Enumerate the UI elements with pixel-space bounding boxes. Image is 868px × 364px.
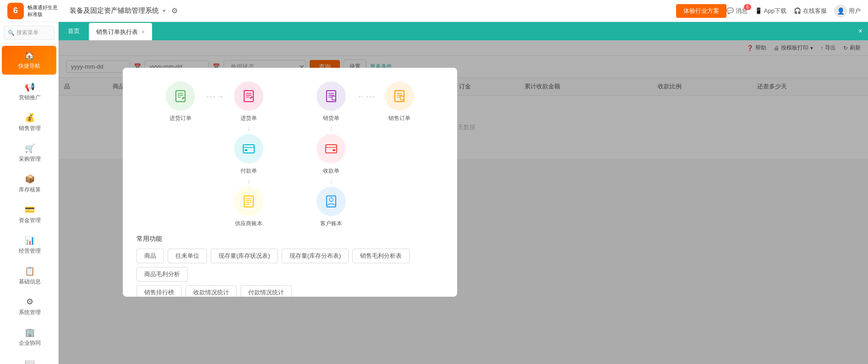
svg-point-30 — [329, 198, 333, 201]
basic-info-icon: 📋 — [25, 266, 35, 276]
trial-button[interactable]: 体验行业方案 — [676, 4, 726, 18]
sales-bill-label: 销货单 — [323, 114, 339, 122]
settings-icon[interactable]: ⚙ — [171, 6, 178, 15]
flow-purchase-bill: 进货单 — [226, 81, 272, 122]
svg-rect-23 — [333, 149, 335, 151]
svg-rect-21 — [326, 145, 337, 153]
logo-area: 6 畅康通好生意 标准版 — [7, 3, 66, 19]
app-download-icon: 📱 — [755, 7, 762, 14]
func-buttons-row2: 销售排行榜 收款情况统计 付款情况统计 — [136, 285, 443, 297]
supplier-ledger-label: 供应商账本 — [235, 220, 262, 228]
headset-icon: 🎧 — [794, 7, 801, 14]
inventory-icon: 📦 — [25, 174, 35, 184]
system-dropdown-icon[interactable]: ▾ — [163, 7, 166, 14]
func-btn-payment-stats[interactable]: 付款情况统计 — [240, 285, 292, 297]
sales-order-circle — [385, 81, 414, 111]
sidebar-search-area: 🔍 搜索菜单 — [0, 22, 58, 44]
user-menu[interactable]: 👤 用户 — [834, 5, 861, 17]
purchase-icon: 🛒 — [25, 143, 35, 153]
sidebar-item-inventory[interactable]: 📦 库存核算 — [0, 168, 58, 199]
app-download-button[interactable]: 📱 App下载 — [755, 7, 786, 15]
func-btn-receipt-stats[interactable]: 收款情况统计 — [186, 285, 237, 297]
sidebar-item-newbie[interactable]: 📖 新手引导 — [0, 353, 58, 364]
app-wrapper: 6 畅康通好生意 标准版 装备及固定资产辅助管理系统 ▾ ⚙ 体验行业方案 💬 … — [0, 0, 868, 364]
sidebar-item-system[interactable]: ⚙ 系统管理 — [0, 291, 58, 322]
func-buttons-row1: 商品 往来单位 现存量(库存状况表) 现存量(库存分布表) 销售毛利分析表 商品… — [136, 249, 443, 282]
logo-text-line1: 畅康通好生意 — [27, 4, 58, 11]
page-content: ❓ 帮助 🖨 按模板打印 ▾ ↑ 导出 ↻ 刷新 — [59, 40, 868, 364]
message-button[interactable]: 💬 消息 6 — [726, 7, 748, 15]
sidebar: 🔍 搜索菜单 🏠 快捷导航 📢 营销推广 💰 销售管理 🛒 采购管理 — [0, 22, 59, 364]
svg-rect-18 — [243, 145, 254, 153]
arrow-payment-down: ↓ — [226, 177, 272, 185]
sidebar-label-sales: 销售管理 — [19, 125, 41, 132]
sidebar-label-purchase: 采购管理 — [19, 155, 41, 163]
search-menu-button[interactable]: 🔍 搜索菜单 — [4, 26, 55, 40]
user-label: 用户 — [849, 7, 861, 15]
tab-close-icon[interactable]: × — [142, 29, 145, 35]
flow-sales-order: 销售订单 — [377, 81, 422, 122]
newbie-icon: 📖 — [25, 358, 35, 364]
sidebar-item-finance[interactable]: 💳 资金管理 — [0, 199, 58, 230]
sidebar-label-finance: 资金管理 — [19, 217, 41, 224]
receipt-bill-circle — [317, 134, 346, 163]
svg-rect-0 — [176, 91, 185, 102]
tab-home[interactable]: 首页 — [59, 22, 89, 40]
sidebar-item-enterprise[interactable]: 🏢 企业协同 — [0, 322, 58, 353]
tab-sales-order-label: 销售订单执行表 — [96, 28, 138, 36]
svg-rect-24 — [244, 196, 253, 207]
logo-icon: 6 — [7, 3, 24, 19]
enterprise-icon: 🏢 — [25, 327, 35, 337]
message-icon: 💬 — [726, 7, 734, 14]
top-right: 💬 消息 6 📱 App下载 🎧 在线客服 👤 用户 — [726, 5, 861, 17]
sidebar-label-quick-nav: 快捷导航 — [18, 62, 40, 70]
receipt-bill-label: 收款单 — [323, 167, 339, 175]
sidebar-item-operations[interactable]: 📊 经营管理 — [0, 230, 58, 261]
arrow-receipt-down: ↓ — [308, 177, 354, 185]
func-btn-stock-status[interactable]: 现存量(库存状况表) — [211, 249, 278, 263]
purchase-bill-label: 进货单 — [240, 114, 257, 122]
flow-customer-ledger: 客户账本 — [308, 187, 354, 228]
sidebar-item-sales[interactable]: 💰 销售管理 — [0, 107, 58, 138]
content-area: 首页 销售订单执行表 × × ❓ 帮助 🖨 — [59, 22, 868, 364]
sidebar-item-quick-nav[interactable]: 🏠 快捷导航 — [2, 46, 56, 75]
customer-ledger-circle — [317, 187, 346, 216]
home-icon: 🏠 — [24, 50, 34, 60]
purchase-order-circle — [166, 81, 195, 111]
app-download-label: App下载 — [764, 7, 786, 15]
sidebar-item-marketing[interactable]: 📢 营销推广 — [0, 76, 58, 107]
svg-rect-20 — [245, 149, 247, 151]
main-area: 🔍 搜索菜单 🏠 快捷导航 📢 营销推广 💰 销售管理 🛒 采购管理 — [0, 22, 868, 364]
func-btn-product-margin[interactable]: 商品毛利分析 — [136, 267, 188, 282]
func-btn-sales-rank[interactable]: 销售排行榜 — [136, 285, 182, 297]
svg-rect-17 — [400, 96, 404, 100]
payment-bill-circle — [234, 134, 263, 163]
logo-text: 畅康通好生意 标准版 — [27, 4, 58, 17]
marketing-icon: 📢 — [25, 82, 35, 92]
modal-overlay[interactable]: 进货订单 - - - → 进货单 — [59, 40, 868, 364]
sidebar-item-basic-info[interactable]: 📋 基础信息 — [0, 261, 58, 291]
flow-sales-bill: 销货单 — [308, 81, 354, 122]
func-btn-stock-dist[interactable]: 现存量(库存分布表) — [282, 249, 349, 263]
top-bar: 6 畅康通好生意 标准版 装备及固定资产辅助管理系统 ▾ ⚙ 体验行业方案 💬 … — [0, 0, 868, 22]
search-icon: 🔍 — [8, 30, 15, 36]
finance-icon: 💳 — [25, 205, 35, 215]
sidebar-label-basic-info: 基础信息 — [19, 278, 41, 286]
tab-sales-order[interactable]: 销售订单执行表 × — [89, 23, 152, 41]
sidebar-label-inventory: 库存核算 — [19, 186, 41, 194]
sidebar-item-purchase[interactable]: 🛒 采购管理 — [0, 138, 58, 168]
sidebar-label-marketing: 营销推广 — [19, 94, 41, 102]
sales-icon: 💰 — [25, 113, 35, 123]
tab-close-right-button[interactable]: × — [853, 27, 868, 35]
func-btn-partner[interactable]: 往来单位 — [168, 249, 207, 263]
sidebar-label-operations: 经营管理 — [19, 247, 41, 255]
system-icon: ⚙ — [26, 297, 33, 307]
customer-ledger-label: 客户账本 — [320, 220, 342, 228]
sidebar-label-enterprise: 企业协同 — [19, 339, 41, 347]
online-service-button[interactable]: 🎧 在线客服 — [794, 7, 827, 15]
func-btn-sales-analysis[interactable]: 销售毛利分析表 — [352, 249, 409, 263]
svg-rect-12 — [332, 96, 336, 100]
arrow-purchase-to-bill: - - - → — [203, 92, 226, 102]
func-btn-product[interactable]: 商品 — [136, 249, 164, 263]
system-name: 装备及固定资产辅助管理系统 ▾ ⚙ — [70, 6, 672, 15]
